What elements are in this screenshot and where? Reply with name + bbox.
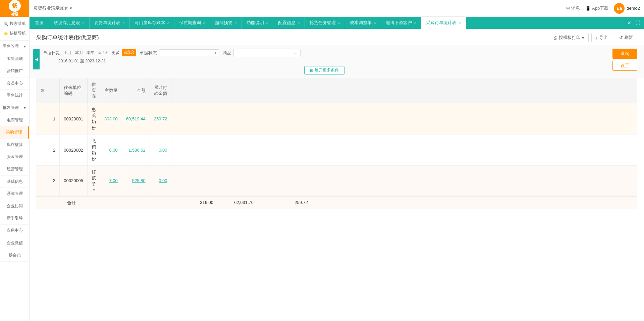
tab-shofahu[interactable]: 收发存汇总表 ×	[49, 17, 90, 29]
date-custom-badge[interactable]: 自定义	[122, 49, 136, 56]
topbar: 母婴行业演示账套 ▾ ✉ 消息 📱 App下载 Ea demo2	[30, 0, 644, 17]
row1-index-cell: 1	[49, 103, 60, 135]
date-this-month[interactable]: 本月	[74, 49, 85, 56]
tab-peizhi[interactable]: 配置信息 ×	[273, 17, 305, 29]
tab-yaoqing-close-icon[interactable]: ×	[414, 20, 416, 25]
sidebar: 畅 标题 🔍 搜索菜单 ⭐ 快捷导航 零售管理 ▼ 零售商城 营销推广 会员中心…	[0, 0, 30, 321]
refresh-button[interactable]: ↺ 刷新	[615, 33, 637, 42]
sidebar-item-system[interactable]: 系统管理	[0, 188, 29, 200]
tab-keyong[interactable]: 可用量库存账本 ×	[130, 17, 174, 29]
table-row[interactable]: 3 00020005 好孩子▾ 7.00 525.80 0.00	[36, 166, 637, 196]
sidebar-item-retail-mall[interactable]: 零售商城	[0, 53, 29, 65]
date-more[interactable]: 更多	[110, 49, 121, 56]
tab-peizhi-label: 配置信息	[278, 20, 296, 26]
sidebar-item-enterprise[interactable]: 企业协同	[0, 200, 29, 213]
sidebar-item-batch[interactable]: 批发管理 ▼	[0, 102, 29, 114]
user-menu[interactable]: Ea demo2	[614, 3, 640, 14]
product-input[interactable]: ···	[233, 49, 301, 57]
tab-peizhi-close-icon[interactable]: ×	[298, 20, 300, 25]
expand-filter-button[interactable]: ⊞ 展开更多条件	[304, 66, 344, 74]
tab-zhihuo-label: 拣货任务管理	[310, 20, 336, 26]
tab-yaohuo[interactable]: 要货单统计表 ×	[90, 17, 130, 29]
collapse-filter-button[interactable]: ◀	[33, 49, 40, 69]
sidebar-item-wechat[interactable]: 企业微信	[0, 237, 29, 250]
footer-paid-cell: 259.72	[258, 200, 308, 206]
filter-area: ◀ 单据日期 上月 本月 本年 近7天 更多 自定义	[30, 45, 644, 78]
workspace-selector[interactable]: 母婴行业演示账套 ▾	[34, 5, 72, 11]
sidebar-item-appstore[interactable]: 应用中心	[0, 225, 29, 237]
column-settings-icon[interactable]: ⚙	[40, 88, 45, 93]
message-icon: ✉	[566, 6, 570, 11]
query-button[interactable]: 查询	[612, 49, 637, 59]
tab-yaohuo-close-icon[interactable]: ×	[122, 20, 125, 25]
row2-qty-cell[interactable]: 6.00	[100, 135, 122, 166]
date-this-year[interactable]: 本年	[85, 49, 96, 56]
tab-keyong-close-icon[interactable]: ×	[167, 20, 169, 25]
table-row[interactable]: 2 00020002 飞鹤奶粉 6.00 1,586.52 0.00	[36, 135, 637, 166]
sidebar-item-finance[interactable]: 资金管理	[0, 151, 29, 163]
row3-qty-cell[interactable]: 7.00	[100, 166, 122, 196]
row1-qty-cell[interactable]: 303.00	[100, 103, 122, 135]
row3-index-cell: 3	[49, 166, 60, 196]
sidebar-item-purchase[interactable]: 采购管理	[0, 126, 29, 139]
col-qty-header: 主数量	[100, 78, 122, 103]
tab-baozhiqi-label: 保质期查询	[179, 20, 201, 26]
sidebar-item-system-label: 系统管理	[7, 191, 23, 197]
sidebar-item-member[interactable]: 会员中心	[0, 77, 29, 90]
row1-amount-cell[interactable]: 60,519.44	[122, 103, 150, 135]
tab-caigou-close-icon[interactable]: ×	[459, 20, 461, 25]
tab-chaochu[interactable]: 超储预警 ×	[210, 17, 242, 29]
row3-paid-cell[interactable]: 0.00	[150, 166, 171, 196]
table-row[interactable]: 1 00020001 惠氏奶粉 303.00 60,519.44 259.72	[36, 103, 637, 135]
tab-caigou[interactable]: 采购订单统计表 ×	[421, 17, 466, 29]
tab-home[interactable]: 首页	[30, 17, 49, 29]
sidebar-item-newbie[interactable]: 新手引导	[0, 212, 29, 225]
tab-gongneng-close-icon[interactable]: ×	[266, 20, 268, 25]
tab-shofahu-close-icon[interactable]: ×	[82, 20, 85, 25]
status-select[interactable]: ▾	[159, 49, 219, 56]
tab-keyong-label: 可用量库存账本	[135, 20, 165, 26]
sidebar-item-operation[interactable]: 经营管理	[0, 163, 29, 176]
tab-chengben-close-icon[interactable]: ×	[374, 20, 376, 25]
row3-amount-cell[interactable]: 525.80	[122, 166, 150, 196]
product-more-icon: ···	[294, 50, 298, 55]
shortcut-nav-item[interactable]: ⭐ 快捷导航	[2, 29, 27, 38]
col-amount-header: 金额	[122, 78, 150, 103]
row3-extra-cell	[171, 166, 637, 196]
tab-close-all-icon[interactable]: ✕	[626, 19, 633, 26]
tab-chengben[interactable]: 成本调整单 ×	[345, 17, 381, 29]
date-last-month[interactable]: 上月	[62, 49, 73, 56]
sidebar-item-inventory[interactable]: 库存核算	[0, 139, 29, 151]
tab-baozhiqi[interactable]: 保质期查询 ×	[174, 17, 210, 29]
search-menu-item[interactable]: 🔍 搜索菜单	[2, 19, 27, 28]
row2-supplier-cell: 飞鹤奶粉	[88, 135, 100, 166]
tab-yaohuo-label: 要货单统计表	[94, 20, 120, 26]
sidebar-item-retail[interactable]: 零售管理 ▼	[0, 41, 29, 53]
row2-amount-cell[interactable]: 1,586.52	[122, 135, 150, 166]
row1-paid-cell[interactable]: 259.72	[150, 103, 171, 135]
sidebar-item-ecommerce[interactable]: 电商管理	[0, 114, 29, 127]
settings-button[interactable]: 设置	[612, 61, 637, 71]
sidebar-item-marketing[interactable]: 营销推广	[0, 65, 29, 77]
row3-expand-icon[interactable]: ▾	[93, 187, 95, 192]
export-button[interactable]: ↓ 导出	[591, 33, 612, 42]
row2-paid-cell[interactable]: 0.00	[150, 135, 171, 166]
tab-zhihuo[interactable]: 拣货任务管理 ×	[305, 17, 345, 29]
app-download-button[interactable]: 📱 App下载	[585, 5, 608, 11]
tab-gongneng[interactable]: 功能说明 ×	[242, 17, 273, 29]
sidebar-item-retail-stats[interactable]: 零售统计	[0, 90, 29, 102]
date-7-days[interactable]: 近7天	[97, 49, 110, 56]
tab-baozhiqi-close-icon[interactable]: ×	[203, 20, 205, 25]
sidebar-item-basic[interactable]: 基础信息	[0, 176, 29, 188]
tab-maximize-icon[interactable]: ⛶	[634, 19, 641, 26]
tab-yaoqing[interactable]: 邀请下游客户 ×	[381, 17, 421, 29]
footer-settings-cell	[36, 200, 50, 206]
tab-zhihuo-close-icon[interactable]: ×	[338, 20, 340, 25]
print-button[interactable]: 🖨 按模板打印 ▾	[549, 33, 589, 42]
expand-filter-label: 展开更多条件	[315, 67, 339, 73]
message-button[interactable]: ✉ 消息	[566, 5, 580, 11]
product-filter-label: 商品	[223, 50, 231, 56]
main-container: 母婴行业演示账套 ▾ ✉ 消息 📱 App下载 Ea demo2 首页	[30, 0, 644, 321]
sidebar-item-vip[interactable]: 畅会员	[0, 249, 29, 262]
tab-chaochu-close-icon[interactable]: ×	[234, 20, 237, 25]
